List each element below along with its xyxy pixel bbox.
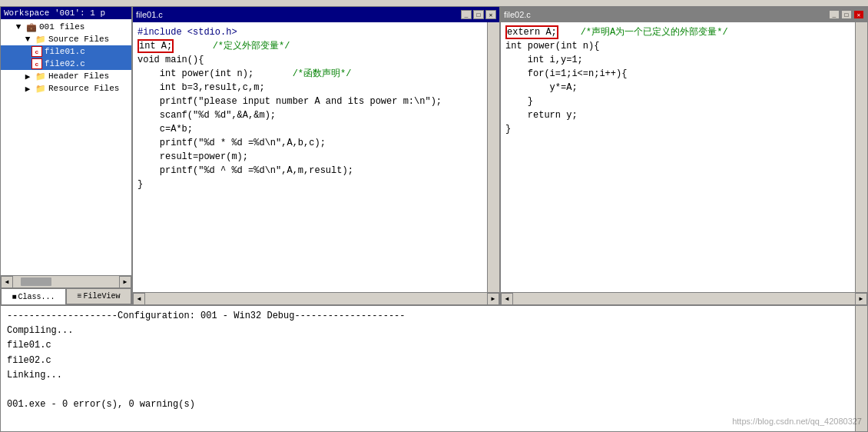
tab-fileview[interactable]: ≡ FileView (66, 288, 131, 304)
editor-right-body: extern A; /*声明A为一个已定义的外部变量*/ int power(i… (501, 22, 867, 292)
expand-icon-resource: ▶ (22, 83, 33, 94)
editor-left-titlebar: file01.c _ □ ✕ (133, 7, 499, 22)
editor-right-win-buttons: _ □ ✕ (829, 10, 864, 19)
editor-right: file02.c _ □ ✕ extern A; /*声明A为一个已定义的外部变… (500, 6, 868, 305)
watermark: https://blog.csdn.net/qq_42080327 (732, 417, 862, 426)
sidebar-item-label: Source Files (48, 35, 109, 44)
output-file02: file02.c (7, 355, 51, 366)
output-result: 001.exe - 0 error(s), 0 warning(s) (7, 399, 195, 410)
file02-icon: c (31, 58, 42, 69)
close-btn-right[interactable]: ✕ (853, 10, 864, 19)
editors-area: file01.c _ □ ✕ #include <stdio.h> int A;… (132, 6, 868, 305)
sidebar-item-label: 001 files (39, 22, 84, 32)
sidebar-item-source-files[interactable]: ▼ 📁 Source Files (1, 33, 131, 45)
close-btn-left[interactable]: ✕ (485, 10, 496, 19)
maximize-btn-left[interactable]: □ (473, 10, 484, 19)
folder-icon-source: 📁 (35, 34, 46, 45)
output-file01: file01.c (7, 340, 51, 351)
editor-right-scrollbar-v[interactable] (855, 22, 867, 292)
editor-left-code[interactable]: #include <stdio.h> int A; /*定义外部变量*/ voi… (133, 22, 487, 292)
sidebar-item-header-files[interactable]: ▶ 📁 Header Files (1, 70, 131, 82)
output-scrollbar-v[interactable] (855, 306, 867, 431)
sidebar-item-resource-files[interactable]: ▶ 📁 Resource Files (1, 82, 131, 95)
editor-right-code[interactable]: extern A; /*声明A为一个已定义的外部变量*/ int power(i… (501, 22, 855, 292)
scroll-right-btn[interactable]: ▶ (119, 276, 131, 288)
classview-label: Class... (18, 293, 55, 301)
fileview-label: FileView (84, 292, 121, 301)
workspace-icon: 💼 (26, 22, 37, 32)
editor-right-scrollbar-h: ◀ ▶ (501, 292, 867, 304)
output-linking: Linking... (7, 370, 62, 380)
output-area: --------------------Configuration: 001 -… (0, 305, 868, 432)
output-config-line: --------------------Configuration: 001 -… (7, 311, 405, 321)
sidebar-item-file02-label: file02.c (45, 59, 85, 68)
sidebar-tree: ▼ 💼 001 files ▼ 📁 Source Files c file01.… (1, 19, 131, 275)
scroll-left-right-btn[interactable]: ◀ (501, 293, 513, 305)
h-scroll-right (513, 293, 855, 304)
output-compiling: Compiling... (7, 325, 73, 336)
h-scroll-area (13, 276, 119, 287)
editor-right-titlebar: file02.c _ □ ✕ (501, 7, 867, 22)
h-thumb (21, 277, 51, 286)
expand-icon: ▼ (13, 22, 24, 32)
fileview-icon: ≡ (77, 292, 81, 301)
editor-right-title: file02.c (504, 10, 531, 19)
editor-left-scrollbar-h: ◀ ▶ (133, 292, 499, 304)
scroll-left-btn[interactable]: ◀ (1, 276, 13, 288)
classview-icon: ■ (12, 293, 16, 301)
folder-icon-resource: 📁 (35, 83, 46, 94)
maximize-btn-right[interactable]: □ (841, 10, 852, 19)
sidebar-bottom-tabs: ■ Class... ≡ FileView (1, 287, 131, 304)
h-scroll-code (145, 293, 487, 304)
sidebar-item-file01[interactable]: c file01.c (1, 45, 131, 58)
editor-left: file01.c _ □ ✕ #include <stdio.h> int A;… (132, 6, 500, 305)
sidebar-item-workspace[interactable]: ▼ 💼 001 files (1, 21, 131, 33)
sidebar-scrollbar-h: ◀ ▶ (1, 275, 131, 287)
scroll-right-code-btn[interactable]: ▶ (487, 293, 499, 305)
sidebar-item-label: Header Files (48, 71, 109, 81)
sidebar-item-file01-label: file01.c (45, 47, 85, 56)
folder-icon-header: 📁 (35, 71, 46, 81)
minimize-btn-left[interactable]: _ (461, 10, 472, 19)
sidebar-item-label: Resource Files (48, 84, 119, 93)
scroll-left-code-btn[interactable]: ◀ (133, 293, 145, 305)
sidebar-title: Workspace '001': 1 p (1, 7, 131, 19)
editor-left-body: #include <stdio.h> int A; /*定义外部变量*/ voi… (133, 22, 499, 292)
tab-classview[interactable]: ■ Class... (1, 288, 66, 304)
output-content: --------------------Configuration: 001 -… (1, 306, 855, 431)
minimize-btn-right[interactable]: _ (829, 10, 840, 19)
editor-left-scrollbar-v[interactable] (487, 22, 499, 292)
editor-left-win-buttons: _ □ ✕ (461, 10, 496, 19)
scroll-right-right-btn[interactable]: ▶ (855, 293, 867, 305)
expand-icon-header: ▶ (22, 71, 33, 81)
expand-icon-source: ▼ (22, 34, 33, 45)
editor-left-title: file01.c (136, 10, 163, 19)
sidebar: Workspace '001': 1 p ▼ 💼 001 files ▼ 📁 S… (0, 6, 132, 305)
file01-icon: c (31, 46, 42, 57)
sidebar-item-file02[interactable]: c file02.c (1, 58, 131, 70)
